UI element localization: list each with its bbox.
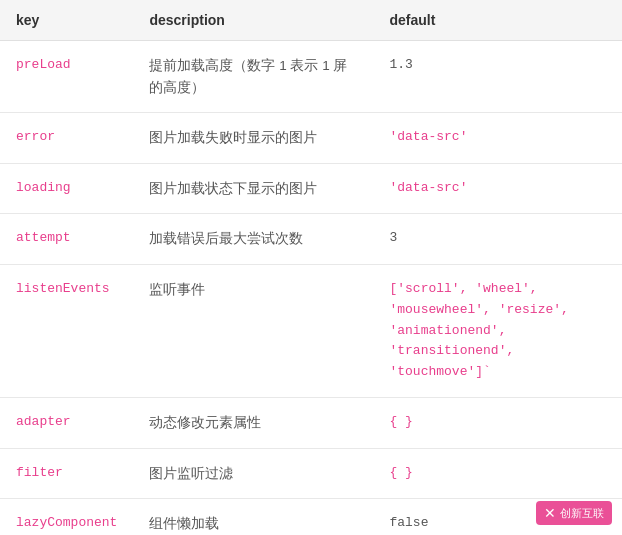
default-value: 'data-src' (389, 129, 467, 144)
default-value: false (389, 515, 428, 530)
col-header-description: description (133, 0, 373, 41)
default-value: 1.3 (389, 57, 412, 72)
cell-default: { } (373, 397, 622, 448)
default-value: 3 (389, 230, 397, 245)
cell-key: lazyComponent (0, 499, 133, 535)
cell-key: attempt (0, 214, 133, 265)
cell-default: 'data-src' (373, 163, 622, 214)
table-row: attempt加载错误后最大尝试次数3 (0, 214, 622, 265)
cell-default: { } (373, 448, 622, 499)
api-table: key description default preLoad提前加载高度（数字… (0, 0, 622, 535)
cell-description: 组件懒加载 (133, 499, 373, 535)
cell-default: 'data-src' (373, 113, 622, 164)
default-value: 'data-src' (389, 180, 467, 195)
cell-key: loading (0, 163, 133, 214)
table-row: lazyComponent组件懒加载false (0, 499, 622, 535)
table-header-row: key description default (0, 0, 622, 41)
cell-description: 监听事件 (133, 264, 373, 397)
cell-key: preLoad (0, 41, 133, 113)
cell-description: 图片监听过滤 (133, 448, 373, 499)
table-row: loading图片加载状态下显示的图片'data-src' (0, 163, 622, 214)
cell-default: 3 (373, 214, 622, 265)
cell-description: 加载错误后最大尝试次数 (133, 214, 373, 265)
watermark-icon: ✕ (544, 505, 556, 521)
table-row: adapter动态修改元素属性{ } (0, 397, 622, 448)
table-row: preLoad提前加载高度（数字 1 表示 1 屏的高度）1.3 (0, 41, 622, 113)
col-header-default: default (373, 0, 622, 41)
cell-default: ['scroll', 'wheel', 'mousewheel', 'resiz… (373, 264, 622, 397)
col-header-key: key (0, 0, 133, 41)
watermark: ✕ 创新互联 (536, 501, 612, 525)
cell-default: 1.3 (373, 41, 622, 113)
cell-key: filter (0, 448, 133, 499)
cell-description: 图片加载状态下显示的图片 (133, 163, 373, 214)
table-row: filter图片监听过滤{ } (0, 448, 622, 499)
cell-key: error (0, 113, 133, 164)
table-row: error图片加载失败时显示的图片'data-src' (0, 113, 622, 164)
default-value: ['scroll', 'wheel', 'mousewheel', 'resiz… (389, 281, 568, 379)
cell-description: 提前加载高度（数字 1 表示 1 屏的高度） (133, 41, 373, 113)
cell-key: listenEvents (0, 264, 133, 397)
default-value: { } (389, 465, 412, 480)
cell-key: adapter (0, 397, 133, 448)
cell-description: 图片加载失败时显示的图片 (133, 113, 373, 164)
watermark-text: 创新互联 (560, 506, 604, 521)
table-row: listenEvents监听事件['scroll', 'wheel', 'mou… (0, 264, 622, 397)
default-value: { } (389, 414, 412, 429)
cell-description: 动态修改元素属性 (133, 397, 373, 448)
